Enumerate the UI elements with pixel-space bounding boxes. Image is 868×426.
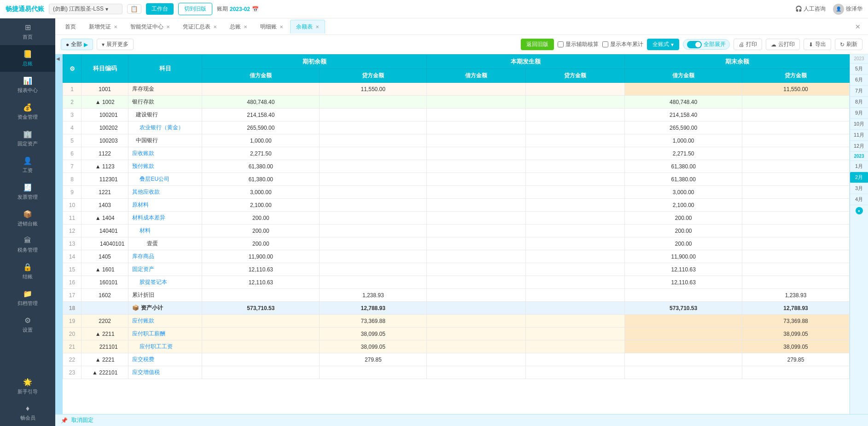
month-9[interactable]: 9月 [850,108,868,119]
account-name-link[interactable]: 固定资产 [132,266,154,272]
account-name-link[interactable]: 应付职工薪酬 [132,330,165,337]
cloud-print-button[interactable]: ☁ 云打印 [766,39,800,50]
tab-balance[interactable]: 余额表 ✕ [290,20,325,34]
sidebar-item-wages[interactable]: 👤 工资 [0,152,55,178]
account-name[interactable]: 应付账款 [128,315,202,328]
month-6[interactable]: 6月 [850,75,868,86]
copy-button[interactable]: 📋 [127,4,141,14]
period-credit [320,212,427,225]
account-name[interactable]: 叠层EU公司 [128,173,202,186]
close-icon[interactable]: ✕ [114,24,117,29]
sidebar-item-purchase[interactable]: 📦 进销台账 [0,205,55,232]
tab-home[interactable]: 首页 [59,20,82,34]
month-8[interactable]: 8月 [850,97,868,108]
account-name-link[interactable]: 农业银行（黄金） [132,124,184,131]
account-name-link[interactable]: 原材料 [132,201,149,208]
account-name-link[interactable]: 应付职工工资 [132,343,173,350]
close-all-icon[interactable]: ✕ [851,23,864,30]
month-1[interactable]: 1月 [850,161,868,172]
account-name[interactable]: 材料 [128,225,202,237]
account-name[interactable]: 应付职工薪酬 [128,328,202,340]
tab-ledger[interactable]: 总账 ✕ [224,20,253,34]
month-4[interactable]: 4月 [850,194,868,205]
sidebar-item-settings[interactable]: ⚙ 设置 [0,311,55,338]
print-button[interactable]: 🖨 打印 [734,39,762,50]
account-name-link[interactable]: 材料成本差异 [132,214,165,221]
period-credit [320,147,427,160]
bottom-bar[interactable]: 📌 取消固定 [55,414,868,426]
month-5[interactable]: 5月 [850,63,868,75]
toggle-switch[interactable] [687,41,702,48]
export-button[interactable]: ⬇ 导出 [804,39,831,50]
account-name-link[interactable]: 应付账款 [132,317,154,324]
account-name[interactable]: 固定资产 [128,263,202,276]
month-2[interactable]: 2月 [850,172,868,183]
sidebar-item-archive[interactable]: 📁 归档管理 [0,285,55,311]
consult-link[interactable]: 🎧 人工咨询 [795,5,826,13]
close-icon[interactable]: ✕ [315,24,319,29]
sidebar-item-guide[interactable]: 🌟 新手引导 [0,373,55,400]
workbench-button[interactable]: 工作台 [146,3,174,15]
expand-button[interactable]: ▾ 展开更多 [97,39,134,50]
user-area[interactable]: 👤 徐泽华 [833,4,862,15]
sidebar-item-funds[interactable]: 💰 资金管理 [0,98,55,125]
settings-column-header[interactable]: ⚙ [63,55,82,83]
account-name[interactable]: 库存商品 [128,250,202,263]
sidebar-item-tax[interactable]: 🏛 税务管理 [0,232,55,258]
account-name-link[interactable]: 应收账款 [132,150,154,156]
auxiliary-checkbox[interactable] [558,41,564,47]
account-name[interactable]: 应收账款 [128,147,202,160]
account-name[interactable]: 农业银行（黄金） [128,121,202,134]
tab-smart-center[interactable]: 智能凭证中心 ✕ [124,20,176,34]
sidebar-item-assets[interactable]: 🏢 固定资产 [0,125,55,152]
month-10[interactable]: 10月 [850,119,868,130]
month-3[interactable]: 3月 [850,183,868,194]
account-name-link[interactable]: 应交税费 [132,356,154,363]
return-button[interactable]: 返回旧版 [521,39,554,50]
account-name-link[interactable]: 预付账款 [132,163,154,169]
tab-detail[interactable]: 明细账 ✕ [254,20,289,34]
tab-voucher-summary[interactable]: 凭证汇总表 ✕ [177,20,223,34]
account-name-link[interactable]: 其他应收款 [132,189,160,195]
account-name[interactable]: 胶提签记本 [128,276,202,289]
period-credit: 1,238.93 [320,289,427,302]
sidebar-item-ledger[interactable]: 📒 总账 [0,45,55,72]
filter-button[interactable]: ● 全部 ▶ [61,39,93,50]
calendar-icon[interactable]: 📅 [252,6,259,12]
format-button[interactable]: 全账式 ▾ [647,39,679,50]
account-name-link[interactable]: 胶提签记本 [132,279,167,285]
sidebar-item-member[interactable]: ♦ 畅会员 [0,400,55,426]
sidebar-item-reports[interactable]: 📊 报表中心 [0,72,55,98]
account-name-link[interactable]: 应交增值税 [132,369,160,375]
month-11[interactable]: 11月 [850,130,868,141]
show-ytd-checkbox[interactable]: 显示本年累计 [602,40,643,48]
month-12[interactable]: 12月 [850,141,868,152]
account-name[interactable]: 应付职工工资 [128,340,202,353]
sidebar-item-home[interactable]: ⊞ 首页 [0,18,55,45]
close-icon[interactable]: ✕ [213,24,217,29]
account-name[interactable]: 其他应收款 [128,186,202,199]
close-icon[interactable]: ✕ [166,24,170,29]
account-name[interactable]: 应交税费 [128,353,202,366]
account-name[interactable]: 预付账款 [128,160,202,173]
company-selector[interactable]: (勿删) 江西股圣-LSS ▾ [49,4,122,14]
account-name[interactable]: 应交增值税 [128,366,202,379]
refresh-button[interactable]: ↻ 刷新 [835,39,862,50]
account-name[interactable]: 原材料 [128,199,202,212]
month-7[interactable]: 7月 [850,86,868,97]
account-name-link[interactable]: 材料 [132,227,151,234]
show-auxiliary-checkbox[interactable]: 显示辅助核算 [558,40,599,48]
sidebar-item-closing[interactable]: 🔒 结账 [0,258,55,285]
tab-add-voucher[interactable]: 新增凭证 ✕ [83,20,123,34]
ytd-checkbox[interactable] [602,41,608,47]
account-name-link[interactable]: 叠层EU公司 [132,176,169,182]
current-period-dot[interactable]: ● [856,207,863,214]
account-name-link[interactable]: 库存商品 [132,253,154,259]
account-name[interactable]: 材料成本差异 [128,212,202,225]
collapse-panel-button[interactable]: ◀ [55,54,63,414]
switch-version-button[interactable]: 切到旧版 [178,3,212,15]
sidebar-item-invoice[interactable]: 🧾 发票管理 [0,178,55,205]
close-icon[interactable]: ✕ [244,24,247,29]
close-icon[interactable]: ✕ [280,24,283,29]
expand-all-toggle[interactable]: 全部展开 [683,39,730,50]
